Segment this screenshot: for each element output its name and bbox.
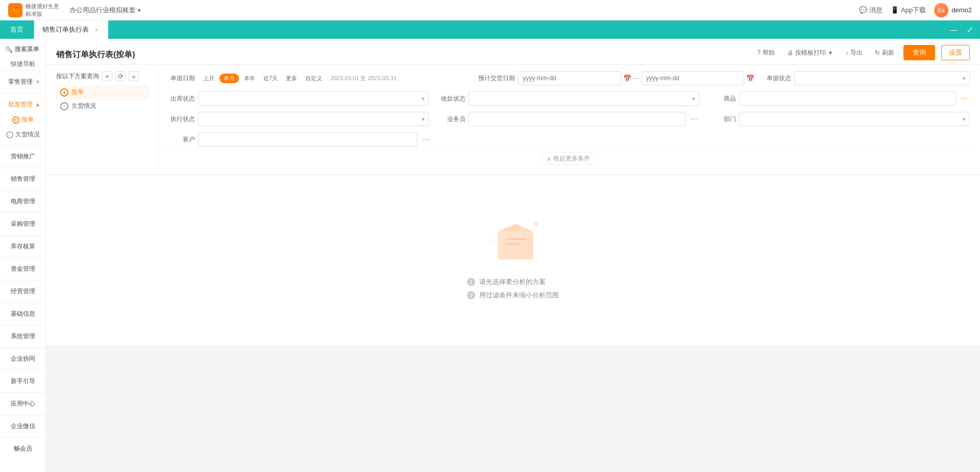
doc-status-select[interactable] [794,71,970,85]
plan-add-button[interactable]: + [102,71,112,81]
app-download-button[interactable]: 📱 App下载 [891,6,926,15]
sidebar-quick-nav[interactable]: 快捷导航 [0,58,45,70]
calendar-from-icon[interactable]: 📅 [623,75,631,82]
sidebar-item-wholesale[interactable]: 批发管理 ▲ [0,97,45,112]
salesperson-more-icon[interactable]: ··· [689,114,699,124]
tab-close-icon[interactable]: × [93,26,100,33]
sidebar-section-system: 系统管理 [0,325,45,347]
export-button[interactable]: ↓ 导出 [842,46,866,59]
sidebar-search[interactable]: 🔍 搜索菜单 [0,41,45,58]
sidebar-item-sales[interactable]: 销售管理 [0,171,45,187]
sidebar-item-finance[interactable]: 资金管理 [0,261,45,277]
setting-button[interactable]: 设置 [941,45,970,60]
sidebar-section-wholesale: 批发管理 ▲ ● 按单 ○ 欠货情况 [0,93,45,145]
app-title[interactable]: 办公用品行业模拟账套 ▾ [69,6,141,15]
sidebar-item-ecommerce[interactable]: 电商管理 [0,194,45,209]
sidebar-item-member[interactable]: 畅会员 [0,441,45,457]
sidebar-submenu-order[interactable]: ● 按单 [0,112,45,127]
empty-state: ✦ ✦ 1 请先选择要分析的方案 2 用过滤条件来缩小分析范围 [46,175,980,345]
date-btn-custom[interactable]: 自定义 [302,74,325,83]
sidebar-item-wechat[interactable]: 企业微信 [0,418,45,434]
print-button[interactable]: 🖨 按模板打印 ▼ [784,46,836,59]
salesperson-input[interactable] [469,112,685,126]
sidebar-submenu-backorder[interactable]: ○ 欠货情况 [0,127,45,142]
expected-date-to-input[interactable] [642,71,745,85]
tab-minimize-icon[interactable]: — [947,23,960,36]
filter-row-3: 执行状态 ▼ 业务员 [166,112,970,126]
date-btn-this-month[interactable]: 本月 [219,74,239,83]
doc-status-label: 单据状态 [763,74,791,83]
filter-execution-field: 执行状态 ▼ [166,112,429,126]
message-button[interactable]: 💬 消息 [859,6,883,15]
expected-date-from-input[interactable] [518,71,621,85]
dept-label: 部门 [707,115,736,124]
execution-label: 执行状态 [166,115,195,124]
plan-item-backorder[interactable]: ○ 欠货情况 [56,99,150,113]
sidebar-item-collab[interactable]: 企业协同 [0,351,45,367]
shipment-status-select[interactable] [198,91,429,106]
content-area: 销售订单执行表(按单) ? 帮助 🖨 按模板打印 ▼ ↓ 导出 [46,39,980,472]
plan-collapse-button[interactable]: « [129,71,139,81]
filter-fields: 单据日期 上月 本月 本年 近7天 更多 自定义 2023-03-01 至 20… [166,71,970,168]
date-btn-7days[interactable]: 近7天 [260,74,281,83]
chevron-up-icon: ▲ [35,102,40,107]
payment-label: 收款状态 [437,95,465,103]
sidebar-item-operations[interactable]: 经营管理 [0,284,45,299]
empty-illustration: ✦ ✦ [487,216,538,267]
sidebar-section-retail: 零售管理 ▼ [0,70,45,93]
date-btn-this-year[interactable]: 本年 [241,74,258,83]
date-quick-options: 上月 本月 本年 近7天 更多 自定义 [200,74,325,83]
sidebar-item-retail[interactable]: 零售管理 ▼ [0,74,45,90]
filter-date-field: 单据日期 上月 本月 本年 近7天 更多 自定义 2023-03-01 至 20… [166,74,470,83]
shipment-label: 出库状态 [166,95,195,103]
tab-bar: 首页 销售订单执行表 × — ⤢ [0,20,980,39]
sidebar-item-guide[interactable]: 新手引导 [0,373,45,389]
tab-expand-icon[interactable]: ⤢ [964,23,976,36]
collapse-button[interactable]: ∧ 收起更多条件 [541,152,596,165]
date-btn-more[interactable]: 更多 [283,74,300,83]
plan-item-order[interactable]: ● 按单 [56,85,150,99]
execution-status-select[interactable] [198,112,429,126]
avatar: Ea [934,3,948,17]
date-btn-last-month[interactable]: 上月 [200,74,217,83]
customer-more-icon[interactable]: ··· [421,135,431,144]
query-button[interactable]: 查询 [903,45,935,60]
refresh-button[interactable]: ↻ 刷新 [872,46,897,59]
tab-active[interactable]: 销售订单执行表 × [34,20,108,39]
sidebar-item-inventory[interactable]: 库存核算 [0,239,45,254]
calendar-to-icon[interactable]: 📅 [746,75,754,82]
payment-status-select[interactable] [469,91,699,106]
tab-home[interactable]: 首页 [0,20,34,39]
sidebar: 🔍 搜索菜单 快捷导航 零售管理 ▼ 批发管理 ▲ ● 按单 ○ 欠货情况 [0,39,46,472]
sidebar-item-apps[interactable]: 应用中心 [0,396,45,412]
refresh-icon: ↻ [875,49,880,56]
customer-input[interactable] [198,132,418,147]
plan-title: 按以下方案查询 [56,72,99,81]
plan-inactive-icon: ○ [60,102,68,110]
plan-active-icon: ● [60,88,68,97]
page-header-actions: ? 帮助 🖨 按模板打印 ▼ ↓ 导出 ↻ 刷新 [754,45,970,64]
sidebar-section-operations: 经营管理 [0,280,45,302]
print-icon: 🖨 [787,49,793,56]
product-input[interactable] [739,91,956,106]
sidebar-item-marketing[interactable]: 营销推广 [0,149,45,164]
product-more-icon[interactable]: ··· [959,94,970,103]
sidebar-item-basic[interactable]: 基础信息 [0,306,45,322]
shipment-select-wrap: ▼ [198,91,429,106]
sidebar-section-sales: 销售管理 [0,168,45,190]
filter-layout: 按以下方案查询 + ⟳ « ● [56,71,970,168]
sidebar-section-purchase: 采购管理 [0,213,45,235]
sidebar-item-purchase[interactable]: 采购管理 [0,216,45,232]
salesperson-label: 业务员 [437,115,465,124]
sidebar-item-system[interactable]: 系统管理 [0,328,45,344]
help-button[interactable]: ? 帮助 [754,46,778,59]
message-icon: 💬 [859,6,867,14]
plan-refresh-button[interactable]: ⟳ [115,71,126,81]
empty-step-2: 2 用过滤条件来缩小分析范围 [467,291,559,300]
sidebar-section-apps: 应用中心 [0,392,45,415]
customer-label: 客户 [166,135,195,144]
collapse-row: ∧ 收起更多条件 [166,149,970,168]
user-avatar-area[interactable]: Ea demo2 [934,3,972,17]
dept-select[interactable] [739,112,970,126]
filter-row-1: 单据日期 上月 本月 本年 近7天 更多 自定义 2023-03-01 至 20… [166,71,970,85]
